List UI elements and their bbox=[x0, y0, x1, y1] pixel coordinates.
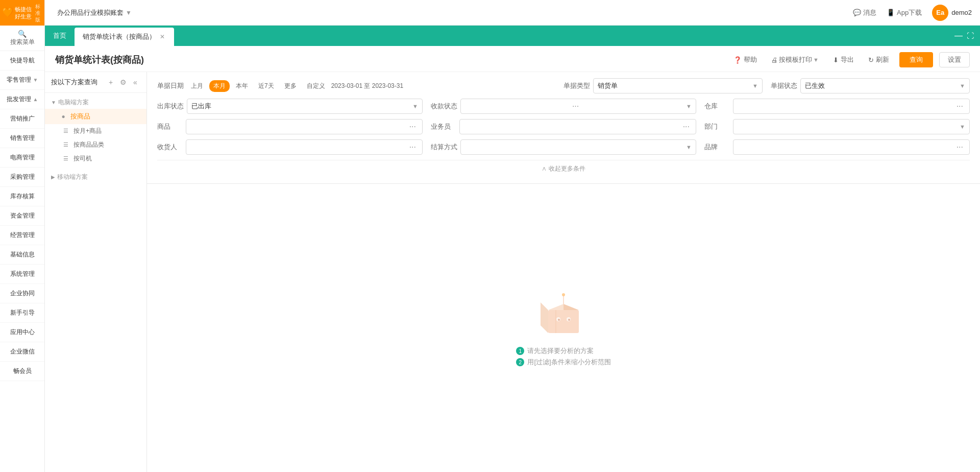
scheme-item-by-product[interactable]: ● 按商品 bbox=[45, 109, 146, 124]
filter-field-product: 商品 ··· bbox=[157, 119, 423, 134]
help-btn[interactable]: ❓ 帮助 bbox=[729, 53, 761, 66]
filter-row-4: 收货人 ··· 结算方式 ▼ bbox=[157, 139, 970, 155]
member-label: 畅会员 bbox=[13, 367, 32, 375]
scheme-settings-icon[interactable]: ⚙ bbox=[118, 77, 128, 87]
sidebar-item-wholesale[interactable]: 批发管理 ▲ bbox=[0, 90, 44, 109]
sidebar-item-sales-mgmt[interactable]: 销售管理 bbox=[0, 129, 44, 148]
desktop-group-title[interactable]: ▼ 电脑端方案 bbox=[45, 95, 146, 109]
sidebar-item-app-center[interactable]: 应用中心 bbox=[0, 323, 44, 342]
sidebar-item-member[interactable]: 畅会员 bbox=[0, 362, 44, 381]
tab-minimize-icon[interactable]: — bbox=[954, 31, 963, 40]
scheme-item-by-category[interactable]: ☰ 按商品品类 bbox=[45, 138, 146, 152]
filter-field-settlement: 结算方式 ▼ bbox=[431, 139, 696, 155]
date-tab-more[interactable]: 更多 bbox=[280, 80, 301, 92]
user-profile[interactable]: Ea demo2 bbox=[932, 5, 972, 21]
department-select[interactable]: ▼ bbox=[733, 119, 970, 134]
date-tab-custom[interactable]: 自定义 bbox=[303, 80, 329, 92]
filter-field-brand: 品牌 ··· bbox=[704, 139, 970, 155]
page-title: 销货单统计表(按商品) bbox=[55, 54, 144, 66]
sidebar-item-corp-wechat[interactable]: 企业微信 bbox=[0, 342, 44, 362]
empty-illustration bbox=[533, 287, 594, 338]
sidebar-item-operations[interactable]: 经营管理 bbox=[0, 226, 44, 245]
date-tab-this-month[interactable]: 本月 bbox=[209, 80, 230, 92]
date-range-value: 2023-03-01 至 2023-03-31 bbox=[331, 82, 403, 90]
industry-selector[interactable]: 办公用品行业模拟账套 ▼ bbox=[53, 6, 136, 19]
result-area: 1 请先选择要分析的方案 2 用[过滤]条件来缩小分析范围 bbox=[147, 184, 980, 472]
receiver-select[interactable]: ··· bbox=[186, 139, 423, 155]
category-icon: ☰ bbox=[63, 141, 70, 149]
scheme-item-by-driver[interactable]: ☰ 按司机 bbox=[45, 152, 146, 166]
sidebar-item-basics[interactable]: 基础信息 bbox=[0, 245, 44, 265]
warehouse-ellipsis-icon[interactable]: ··· bbox=[954, 102, 965, 111]
page-actions: ❓ 帮助 🖨 按模板打印 ▼ ⬇ 导出 ↻ 刷新 查询 设置 bbox=[729, 52, 970, 67]
svg-marker-1 bbox=[548, 304, 564, 310]
collapse-label: ∧ 收起更多条件 bbox=[542, 165, 585, 172]
date-tab-7days[interactable]: 近7天 bbox=[254, 80, 278, 92]
desktop-expand-icon: ▼ bbox=[51, 100, 56, 105]
sidebar-item-marketing[interactable]: 营销推广 bbox=[0, 109, 44, 129]
tab-sales-stats[interactable]: 销货单统计表（按商品） ✕ bbox=[75, 28, 174, 46]
brand-select[interactable]: ··· bbox=[733, 139, 970, 155]
settlement-select[interactable]: ▼ bbox=[460, 139, 696, 155]
brand-ellipsis-icon[interactable]: ··· bbox=[954, 143, 965, 152]
sidebar-item-quick-nav[interactable]: 快捷导航 bbox=[0, 51, 44, 70]
date-tab-last-month[interactable]: 上月 bbox=[187, 80, 207, 92]
sidebar-item-inventory[interactable]: 库存核算 bbox=[0, 187, 44, 206]
warehouse-select[interactable]: ··· bbox=[733, 99, 970, 114]
tip-1-num: 1 bbox=[516, 347, 524, 355]
template-print-label: 按模板打印 bbox=[779, 55, 812, 64]
doc-status-label: 单据状态 bbox=[771, 81, 797, 90]
tab-home[interactable]: 首页 bbox=[45, 26, 75, 46]
date-tab-this-year[interactable]: 本年 bbox=[232, 80, 252, 92]
doc-status-arrow-icon: ▼ bbox=[960, 83, 965, 89]
sidebar-item-system[interactable]: 系统管理 bbox=[0, 265, 44, 284]
scheme-item-by-month-product[interactable]: ☰ 按月+商品 bbox=[45, 124, 146, 138]
scheme-collapse-icon[interactable]: « bbox=[130, 77, 140, 87]
product-select[interactable]: ··· bbox=[186, 119, 423, 134]
doc-type-select[interactable]: 销货单 ▼ bbox=[593, 78, 763, 93]
mobile-group-title[interactable]: ▶ 移动端方案 bbox=[45, 170, 146, 183]
sidebar-item-enterprise[interactable]: 企业协同 bbox=[0, 284, 44, 303]
filter-field-doc-status: 单据状态 已生效 ▼ bbox=[771, 78, 970, 93]
help-label: 帮助 bbox=[744, 55, 757, 64]
sidebar-item-finance[interactable]: 资金管理 bbox=[0, 206, 44, 226]
page-header: 销货单统计表(按商品) ❓ 帮助 🖨 按模板打印 ▼ ⬇ 导出 ↻ 刷新 bbox=[45, 46, 980, 72]
department-arrow-icon: ▼ bbox=[960, 124, 965, 130]
doc-status-select[interactable]: 已生效 ▼ bbox=[800, 78, 970, 93]
department-label: 部门 bbox=[704, 122, 730, 131]
template-print-btn[interactable]: 🖨 按模板打印 ▼ bbox=[767, 53, 823, 66]
sidebar-item-ecommerce[interactable]: 电商管理 bbox=[0, 148, 44, 168]
product-ellipsis-icon[interactable]: ··· bbox=[407, 122, 418, 131]
sidebar-item-tutorial[interactable]: 新手引导 bbox=[0, 303, 44, 323]
sidebar-item-purchase[interactable]: 采购管理 bbox=[0, 168, 44, 187]
wholesale-arrow-icon: ▲ bbox=[33, 97, 38, 102]
scheme-add-btn[interactable]: + bbox=[106, 77, 116, 87]
out-status-select[interactable]: 已出库 ▼ bbox=[187, 99, 423, 114]
app-download-btn[interactable]: 📱 App下载 bbox=[887, 8, 922, 17]
scheme-panel-header: 按以下方案查询 + ⚙ « bbox=[45, 72, 146, 93]
logo-icon: 🧡 bbox=[2, 7, 13, 18]
query-btn[interactable]: 查询 bbox=[899, 52, 933, 67]
search-menu[interactable]: 🔍 搜索菜单 bbox=[0, 26, 44, 51]
tab-maximize-icon[interactable]: ⛶ bbox=[967, 32, 974, 40]
corp-wechat-label: 企业微信 bbox=[10, 347, 35, 356]
message-icon: 💬 bbox=[853, 9, 861, 16]
tab-close-icon[interactable]: ✕ bbox=[159, 32, 166, 41]
settings-btn[interactable]: 设置 bbox=[939, 52, 970, 67]
salesperson-select[interactable]: ··· bbox=[459, 119, 696, 134]
sidebar-item-retail[interactable]: 零售管理 ▼ bbox=[0, 70, 44, 90]
username-label: demo2 bbox=[951, 9, 972, 16]
filter-field-date: 单据日期 上月 本月 本年 近7天 更多 自定义 bbox=[157, 80, 555, 92]
filter-row-3: 商品 ··· 业务员 ··· bbox=[157, 119, 970, 134]
tutorial-label: 新手引导 bbox=[10, 309, 35, 317]
industry-name: 办公用品行业模拟账套 bbox=[57, 8, 124, 17]
export-btn[interactable]: ⬇ 导出 bbox=[829, 53, 858, 66]
salesperson-ellipsis-icon[interactable]: ··· bbox=[681, 122, 692, 131]
refresh-btn[interactable]: ↻ 刷新 bbox=[864, 53, 893, 66]
receiver-ellipsis-icon[interactable]: ··· bbox=[407, 143, 418, 152]
app-center-label: 应用中心 bbox=[10, 328, 35, 337]
collapse-bar[interactable]: ∧ 收起更多条件 bbox=[157, 160, 970, 177]
payment-ellipsis-icon[interactable]: ··· bbox=[570, 102, 581, 111]
payment-status-select[interactable]: ··· ▼ bbox=[460, 99, 696, 114]
messages-btn[interactable]: 💬 消息 bbox=[853, 8, 876, 17]
